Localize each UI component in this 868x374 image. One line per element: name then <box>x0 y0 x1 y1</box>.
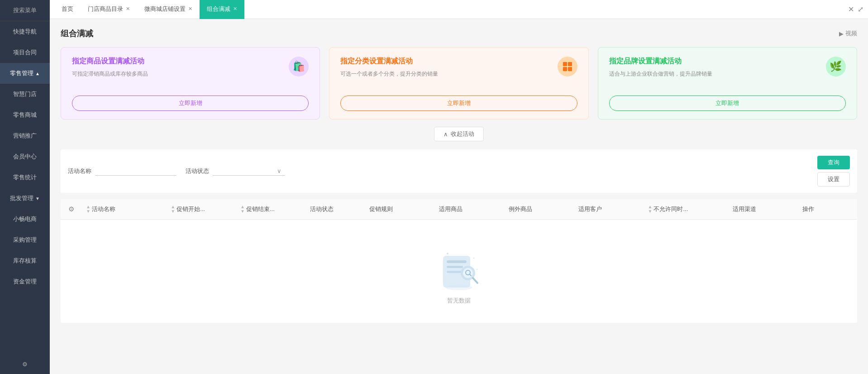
search-buttons: 查询 设置 <box>817 156 850 187</box>
setting-button[interactable]: 设置 <box>817 172 850 187</box>
empty-text: 暂无数据 <box>447 297 471 305</box>
chevron-up-icon: ∧ <box>444 131 448 138</box>
svg-rect-0 <box>563 62 567 66</box>
sidebar-settings[interactable]: ⚙ <box>0 355 50 374</box>
sidebar-item-lingshang[interactable]: 零售商城 <box>0 105 50 125</box>
collapse-button[interactable]: ∧ 收起活动 <box>434 127 484 141</box>
th-start: ▲▼ 促销开始... <box>166 199 236 219</box>
product-card-icon: 🛍️ <box>289 57 309 77</box>
th-rule: 促销规则 <box>365 200 434 219</box>
sort-end-icon[interactable]: ▲▼ <box>240 205 245 214</box>
th-end: ▲▼ 促销结束... <box>236 199 305 219</box>
tab-combo-close[interactable]: ✕ <box>233 6 237 12</box>
pifa-arrow-icon: ▼ <box>35 196 40 201</box>
sidebar-item-huiyuan[interactable]: 会员中心 <box>0 146 50 167</box>
category-card-icon <box>558 57 577 77</box>
product-card: 指定商品设置满减活动 可指定滞销商品或库存较多商品 🛍️ 立即新增 <box>61 47 320 120</box>
tab-product-close[interactable]: ✕ <box>126 6 130 12</box>
category-card-btn[interactable]: 立即新增 <box>340 96 577 111</box>
svg-point-16 <box>477 269 477 270</box>
brand-card-btn[interactable]: 立即新增 <box>609 96 846 111</box>
product-card-desc: 可指定滞销商品或库存较多商品 <box>72 70 309 78</box>
sidebar-item-zijin[interactable]: 资金管理 <box>0 271 50 292</box>
brand-card-desc: 适合与上游企业联合做营销，提升品牌销量 <box>609 70 846 78</box>
cards-row: 指定商品设置满减活动 可指定滞销商品或库存较多商品 🛍️ 立即新增 指定分类设置… <box>61 47 857 120</box>
th-customer: 适用客户 <box>574 200 644 219</box>
tabbar-controls: ✕ ⤢ <box>848 5 863 14</box>
sort-start-icon[interactable]: ▲▼ <box>171 205 175 214</box>
sidebar: 搜索菜单 快捷导航 项目合同 零售管理 ▲ 智慧门店 零售商城 营销推广 会员中… <box>0 0 50 374</box>
sidebar-item-xiangmu[interactable]: 项目合同 <box>0 42 50 63</box>
svg-line-11 <box>473 278 477 283</box>
category-card: 指定分类设置满减活动 可选一个或者多个分类，提升分类的销量 立即新增 <box>329 47 588 120</box>
table-header: ⚙ ▲▼ 活动名称 ▲▼ 促销开始... ▲▼ 促销结束... 活动状态 促销规… <box>61 199 857 220</box>
search-row: 活动名称 活动状态 ∨ 查询 设置 <box>61 149 857 193</box>
expand-window-icon[interactable]: ⤢ <box>858 5 863 14</box>
brand-card-icon: 🌿 <box>826 57 846 77</box>
svg-rect-6 <box>447 260 467 263</box>
play-icon: ▶ <box>839 30 844 37</box>
tabbar: 首页 门店商品目录 ✕ 微商城店铺设置 ✕ 组合满减 ✕ ✕ ⤢ <box>50 0 868 19</box>
sidebar-item-kucun[interactable]: 库存核算 <box>0 250 50 271</box>
sidebar-item-caigou[interactable]: 采购管理 <box>0 230 50 250</box>
brand-card: 指定品牌设置满减活动 适合与上游企业联合做营销，提升品牌销量 🌿 立即新增 <box>598 47 857 120</box>
lingshou-arrow-icon: ▲ <box>35 71 40 76</box>
activity-status-label: 活动状态 <box>186 167 209 175</box>
empty-state: 暂无数据 <box>61 220 857 323</box>
svg-point-14 <box>447 253 448 254</box>
sidebar-item-xiaochang[interactable]: 小畅电商 <box>0 209 50 230</box>
table-gear-icon[interactable]: ⚙ <box>68 205 74 213</box>
empty-illustration <box>434 247 484 292</box>
sidebar-item-pifa[interactable]: 批发管理 ▼ <box>0 188 50 209</box>
th-status: 活动状态 <box>305 200 365 219</box>
th-channel: 适用渠道 <box>728 200 798 219</box>
sidebar-item-yingxiao[interactable]: 营销推广 <box>0 125 50 146</box>
sidebar-item-lingshou[interactable]: 零售管理 ▲ <box>0 63 50 84</box>
tab-home[interactable]: 首页 <box>54 0 81 19</box>
brand-card-title: 指定品牌设置满减活动 <box>609 57 846 66</box>
th-goods: 适用商品 <box>434 200 504 219</box>
query-button[interactable]: 查询 <box>817 156 850 169</box>
chevron-down-icon: ∨ <box>277 168 281 174</box>
svg-rect-3 <box>568 67 572 71</box>
th-exception: 例外商品 <box>504 200 574 219</box>
tab-product[interactable]: 门店商品目录 ✕ <box>81 0 137 19</box>
collapse-bar: ∧ 收起活动 <box>61 127 857 141</box>
sidebar-item-kuaijie[interactable]: 快捷导航 <box>0 21 50 42</box>
tab-combo[interactable]: 组合满减 ✕ <box>200 0 244 19</box>
category-card-title: 指定分类设置满减活动 <box>340 57 577 66</box>
activity-status-select[interactable]: ∨ <box>213 167 285 176</box>
th-name: ▲▼ 活动名称 <box>81 199 166 219</box>
page-title: 组合满减 <box>61 28 93 39</box>
activity-name-label: 活动名称 <box>68 167 91 175</box>
tab-wechat-close[interactable]: ✕ <box>188 6 192 12</box>
sidebar-item-huizhi[interactable]: 智慧门店 <box>0 84 50 105</box>
gear-icon: ⚙ <box>22 361 28 368</box>
product-card-title: 指定商品设置满减活动 <box>72 57 309 66</box>
sidebar-item-tongji[interactable]: 零售统计 <box>0 167 50 188</box>
page-header: 组合满减 ▶ 视频 <box>61 28 857 39</box>
close-window-icon[interactable]: ✕ <box>848 5 854 14</box>
tab-wechat[interactable]: 微商城店铺设置 ✕ <box>137 0 200 19</box>
category-card-desc: 可选一个或者多个分类，提升分类的销量 <box>340 70 577 78</box>
th-gear[interactable]: ⚙ <box>61 200 81 219</box>
sort-noallow-icon[interactable]: ▲▼ <box>648 205 653 214</box>
main-area: 首页 门店商品目录 ✕ 微商城店铺设置 ✕ 组合满减 ✕ ✕ ⤢ 组合满减 ▶ … <box>50 0 868 374</box>
th-action: 操作 <box>798 200 857 219</box>
sort-name-icon[interactable]: ▲▼ <box>86 205 91 214</box>
svg-rect-7 <box>447 266 463 268</box>
svg-point-15 <box>473 258 475 259</box>
data-table: ⚙ ▲▼ 活动名称 ▲▼ 促销开始... ▲▼ 促销结束... 活动状态 促销规… <box>61 199 857 323</box>
sidebar-search[interactable]: 搜索菜单 <box>0 0 50 21</box>
activity-name-field: 活动名称 <box>68 167 176 176</box>
svg-point-10 <box>463 268 473 278</box>
activity-name-input[interactable] <box>95 167 176 176</box>
content-area: 组合满减 ▶ 视频 指定商品设置满减活动 可指定滞销商品或库存较多商品 🛍️ 立… <box>50 19 868 374</box>
svg-rect-1 <box>568 62 572 66</box>
svg-rect-2 <box>563 67 567 71</box>
video-link[interactable]: ▶ 视频 <box>839 29 857 38</box>
product-card-btn[interactable]: 立即新增 <box>72 96 309 111</box>
th-noallow: ▲▼ 不允许同时... <box>644 199 728 219</box>
activity-status-field: 活动状态 ∨ <box>186 167 285 176</box>
